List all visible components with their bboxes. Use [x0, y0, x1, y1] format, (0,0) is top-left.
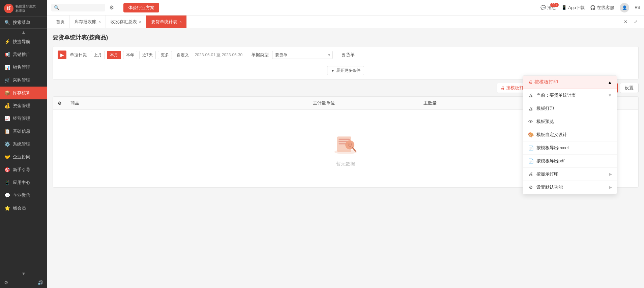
- sound-icon[interactable]: 🔊: [37, 280, 43, 285]
- app-download-icon: 📱: [561, 5, 567, 10]
- dropdown-item-template-print[interactable]: 🖨 模板打印: [523, 102, 617, 115]
- date-btn-more[interactable]: 更多: [158, 51, 172, 59]
- sidebar-scroll-down[interactable]: ▼: [0, 270, 47, 277]
- table-col-product: 商品: [66, 100, 271, 106]
- dropdown-set-default-left: ⚙ 设置默认功能: [528, 184, 563, 190]
- template-excel-label: 按模板导出excel: [536, 145, 568, 151]
- sidebar-finance-label: 资金管理: [13, 103, 30, 109]
- logo-icon: 好: [4, 4, 13, 13]
- operation-icon: 📈: [4, 116, 10, 122]
- date-btn-last-month[interactable]: 上月: [91, 51, 105, 59]
- logo-text: 畅捷通好生意 标准版: [16, 4, 36, 13]
- messages-btn[interactable]: 💬 消息 99+: [540, 5, 556, 11]
- sidebar: 好 畅捷通好生意 标准版 🔍 搜索菜单 ▲ ⚡ 快捷导航 📢 营销推广 📊 销售…: [0, 0, 47, 288]
- dropdown-display-print[interactable]: 🖨 按显示打印 ▶: [523, 168, 617, 181]
- topbar-search-input[interactable]: [61, 5, 103, 10]
- main-wrapper: 🔍 ⚙ 体验行业方案 💬 消息 99+ 📱 App下载 🎧 在线客服 👤 Rit: [47, 0, 644, 288]
- tab-collection-summary-close[interactable]: ×: [139, 20, 141, 24]
- sidebar-item-wechat[interactable]: 💬 企业微信: [0, 189, 47, 202]
- tab-collection-summary[interactable]: 收发存汇总表 ×: [106, 15, 146, 28]
- tab-order-stats[interactable]: 要货单统计表 ×: [146, 15, 187, 28]
- online-service-label: 在线客服: [597, 5, 614, 11]
- dropdown-display-print-left: 🖨 按显示打印: [528, 171, 558, 177]
- tab-close-all-btn[interactable]: ✕: [621, 18, 630, 26]
- display-print-icon: 🖨: [528, 171, 534, 177]
- user-avatar[interactable]: 👤: [620, 3, 629, 12]
- dropdown-item-template-design[interactable]: 🎨 模板自定义设计: [523, 128, 617, 141]
- tab-order-stats-label: 要货单统计表: [151, 19, 177, 25]
- sidebar-operation-label: 经营管理: [13, 116, 30, 122]
- svg-rect-3: [339, 141, 347, 142]
- quicknav-icon: ⚡: [4, 39, 10, 45]
- system-icon: ⚙️: [4, 141, 10, 147]
- sidebar-item-system[interactable]: ⚙️ 系统管理: [0, 138, 47, 151]
- date-btn-this-month[interactable]: 本月: [107, 51, 121, 59]
- tab-home[interactable]: 首页: [51, 15, 70, 28]
- sidebar-item-quicknav[interactable]: ⚡ 快捷导航: [0, 35, 47, 48]
- sidebar-item-sales[interactable]: 📊 销售管理: [0, 61, 47, 74]
- type-label: 单据类型: [251, 52, 269, 58]
- sidebar-item-purchase[interactable]: 🛒 采购管理: [0, 74, 47, 87]
- username-label: Rit: [635, 5, 640, 10]
- tab-expand-btn[interactable]: ⤢: [631, 18, 640, 26]
- template-preview-label: 模板预览: [536, 119, 554, 125]
- sidebar-inventory-label: 库存核算: [13, 90, 30, 96]
- expand-more-label: 展开更多条件: [336, 68, 360, 73]
- dropdown-close-icon[interactable]: ▲: [608, 80, 612, 85]
- dropdown-current-label: 当前：要货单统计表: [536, 92, 576, 98]
- dropdown-current-item[interactable]: 🖨 当前：要货单统计表 ▼: [523, 89, 617, 102]
- table-col-unit: 主计量单位: [271, 100, 377, 106]
- tab-order-stats-close[interactable]: ×: [179, 20, 182, 24]
- display-print-arrow: ▶: [609, 172, 612, 177]
- topbar-gear-icon[interactable]: ⚙: [108, 3, 115, 12]
- sidebar-item-search[interactable]: 🔍 搜索菜单: [0, 17, 47, 29]
- sidebar-item-apps[interactable]: 📱 应用中心: [0, 176, 47, 189]
- dropdown-header[interactable]: 🖨 按模板打印 ▲: [523, 76, 617, 89]
- date-btn-custom[interactable]: 自定义: [174, 51, 192, 59]
- dropdown-set-default[interactable]: ⚙ 设置默认功能 ▶: [523, 181, 617, 194]
- sidebar-item-guide[interactable]: 🎯 新手引导: [0, 163, 47, 176]
- sidebar-item-collab[interactable]: 🤝 企业协同: [0, 151, 47, 163]
- member-icon: ⭐: [4, 205, 10, 211]
- dropdown-current-icon: 🖨: [528, 93, 534, 98]
- app-download-label: App下载: [568, 5, 585, 11]
- date-range-display: 2023-06-01 至 2023-06-30: [195, 52, 242, 58]
- sidebar-sales-label: 销售管理: [13, 64, 30, 70]
- sidebar-item-basic[interactable]: 📋 基础信息: [0, 125, 47, 138]
- sidebar-item-inventory[interactable]: 📦 库存核算: [0, 87, 47, 99]
- marketing-icon: 📢: [4, 52, 10, 58]
- template-pdf-label: 按模板导出pdf: [536, 158, 564, 164]
- tab-batch-account[interactable]: 库存批次账 ×: [70, 15, 106, 28]
- sidebar-scroll-up[interactable]: ▲: [0, 29, 47, 35]
- expand-more-btn[interactable]: ▼ 展开更多条件: [327, 66, 364, 75]
- sidebar-purchase-label: 采购管理: [13, 77, 30, 83]
- sidebar-item-member[interactable]: ⭐ 畅会员: [0, 202, 47, 215]
- dropdown-item-template-pdf[interactable]: 📄 按模板导出pdf: [523, 155, 617, 168]
- sidebar-item-marketing[interactable]: 📢 营销推广: [0, 48, 47, 61]
- trial-btn[interactable]: 体验行业方案: [123, 3, 159, 12]
- display-print-label: 按显示打印: [536, 171, 558, 177]
- table-col-qty: 主数量: [377, 100, 483, 106]
- type-select[interactable]: 要货单: [272, 51, 333, 59]
- sidebar-item-finance[interactable]: 💰 资金管理: [0, 99, 47, 112]
- expand-more-icon: ▼: [331, 68, 335, 73]
- tab-batch-account-close[interactable]: ×: [98, 20, 101, 24]
- svg-rect-2: [339, 139, 350, 140]
- filter-expand-btn[interactable]: ▶: [58, 51, 66, 59]
- app-download-btn[interactable]: 📱 App下载: [561, 5, 585, 11]
- template-pdf-icon: 📄: [528, 158, 534, 164]
- dropdown-item-template-excel[interactable]: 📄 按模板导出excel: [523, 141, 617, 155]
- dropdown-current-arrow: ▼: [608, 93, 612, 98]
- page-title: 要货单统计表(按商品): [53, 34, 639, 41]
- settings-btn[interactable]: 设置: [620, 83, 639, 93]
- sidebar-item-operation[interactable]: 📈 经营管理: [0, 112, 47, 125]
- template-print-icon: 🖨: [528, 106, 534, 111]
- online-service-btn[interactable]: 🎧 在线客服: [590, 5, 614, 11]
- dropdown-item-template-preview[interactable]: 👁 模板预览: [523, 115, 617, 128]
- settings-bottom-icon[interactable]: ⚙: [4, 280, 8, 285]
- search-icon: 🔍: [4, 20, 10, 26]
- date-btn-7days[interactable]: 近7天: [139, 51, 156, 59]
- sales-icon: 📊: [4, 64, 10, 70]
- date-btn-this-year[interactable]: 本年: [123, 51, 137, 59]
- table-col-settings[interactable]: ⚙: [53, 101, 66, 106]
